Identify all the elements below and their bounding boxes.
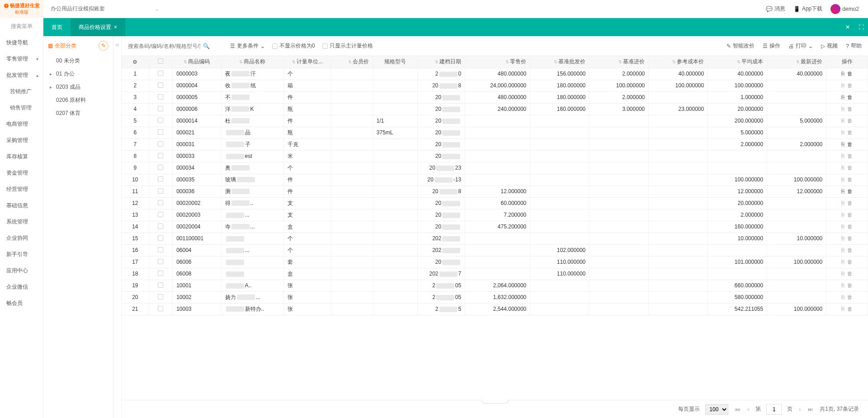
sidebar-item[interactable]: 系统管理 [0, 214, 43, 230]
row-delete-icon[interactable]: 🗑 [847, 282, 853, 289]
row-delete-icon[interactable]: 🗑 [847, 153, 853, 159]
next-page-icon[interactable]: › [798, 406, 802, 413]
cell-checkbox[interactable] [149, 68, 172, 80]
table-row[interactable]: 9 000034 奥 个 2023 ⎘🗑 [122, 162, 868, 174]
cell-checkbox[interactable] [149, 280, 172, 291]
help-button[interactable]: ?帮助 [846, 42, 862, 50]
table-row[interactable]: 2 0000004 收纸 箱 208 24,000.000000 180.000… [122, 80, 868, 91]
cell-checkbox[interactable] [149, 115, 172, 127]
col-avgcost[interactable]: ⇅平均成本 [708, 56, 767, 68]
row-edit-icon[interactable]: ⎘ [841, 118, 844, 124]
cell-checkbox[interactable] [149, 256, 172, 268]
cell-checkbox[interactable] [149, 221, 172, 233]
col-settings[interactable]: ⚙ [122, 56, 149, 68]
table-row[interactable]: 4 0000006 洋K 瓶 20 240.000000 160.000000 … [122, 103, 868, 115]
row-edit-icon[interactable]: ⎘ [841, 259, 844, 265]
category-item[interactable]: ▸01 办公 [43, 67, 113, 81]
col-refcost[interactable]: ⇅参考成本价 [649, 56, 708, 68]
col-latest[interactable]: ⇅最新进价 [767, 56, 826, 68]
row-edit-icon[interactable]: ⎘ [841, 306, 844, 312]
table-row[interactable]: 14 00020004 寺... 盒 20 475.200000 160.000… [122, 221, 868, 233]
row-edit-icon[interactable]: ⎘ [841, 282, 844, 289]
col-name[interactable]: ⇅商品名称 [221, 56, 284, 68]
row-edit-icon[interactable]: ⎘ [841, 129, 844, 136]
row-delete-icon[interactable]: 🗑 [847, 235, 853, 242]
table-row[interactable]: 19 10001 A.. 张 205 2,064.000000 660.0000… [122, 280, 868, 291]
cell-checkbox[interactable] [149, 244, 172, 256]
cell-checkbox[interactable] [149, 80, 172, 91]
sidebar-item[interactable]: 电商管理 [0, 116, 43, 132]
row-delete-icon[interactable]: 🗑 [847, 271, 853, 277]
row-edit-icon[interactable]: ⎘ [841, 200, 844, 206]
row-edit-icon[interactable]: ⎘ [841, 153, 844, 159]
col-member[interactable]: ⇅会员价 [331, 56, 373, 68]
sidebar-item[interactable]: 应用中心 [0, 262, 43, 279]
table-row[interactable]: 11 000036 测 件 208 12.000000 12.000000 12… [122, 185, 868, 197]
row-delete-icon[interactable]: 🗑 [847, 129, 853, 136]
cell-checkbox[interactable] [149, 268, 172, 280]
sidebar-item[interactable]: 企业协同 [0, 230, 43, 246]
cell-checkbox[interactable] [149, 291, 172, 303]
tab-home[interactable]: 首页 [43, 18, 71, 36]
sidebar-item[interactable]: 经营管理 [0, 181, 43, 197]
page-input[interactable] [766, 404, 782, 415]
sidebar-item[interactable]: 快捷导航 [0, 34, 43, 51]
sidebar-item[interactable]: 企业微信 [0, 279, 43, 295]
row-edit-icon[interactable]: ⎘ [841, 106, 844, 112]
tree-toggle-icon[interactable]: ▸ [50, 85, 52, 90]
row-delete-icon[interactable]: 🗑 [847, 165, 853, 171]
only-unit-checkbox[interactable]: 只显示主计量价格 [322, 42, 373, 50]
cell-checkbox[interactable] [149, 91, 172, 103]
close-icon[interactable]: × [114, 24, 117, 30]
table-row[interactable]: 5 0000014 杜 件 1/1 20 200.000000 5.000000… [122, 115, 868, 127]
row-edit-icon[interactable]: ⎘ [841, 235, 844, 242]
sidebar-subitem[interactable]: 营销推广 [0, 83, 43, 100]
operations-button[interactable]: ☰操作 [763, 42, 780, 50]
col-retail[interactable]: ⇅零售价 [465, 56, 530, 68]
cell-checkbox[interactable] [149, 103, 172, 115]
sidebar-search[interactable]: 搜索菜单 [0, 18, 43, 34]
row-edit-icon[interactable]: ⎘ [841, 71, 844, 77]
row-delete-icon[interactable]: 🗑 [847, 106, 853, 112]
col-code[interactable]: ⇅商品编码 [173, 56, 221, 68]
row-delete-icon[interactable]: 🗑 [847, 82, 853, 89]
row-delete-icon[interactable]: 🗑 [847, 200, 853, 206]
row-edit-icon[interactable]: ⎘ [841, 212, 844, 218]
row-delete-icon[interactable]: 🗑 [847, 294, 853, 300]
table-row[interactable]: 10 000035 玻璃 件 20-13 100.000000 100.0000… [122, 174, 868, 185]
cell-checkbox[interactable] [149, 197, 172, 209]
table-row[interactable]: 6 000021 品 瓶 375mL 20 5.000000 ⎘🗑 [122, 127, 868, 138]
table-row[interactable]: 3 0000005 不 件 20 480.000000 180.000000 2… [122, 91, 868, 103]
all-categories-label[interactable]: 全部分类 [55, 42, 76, 50]
row-edit-icon[interactable]: ⎘ [841, 294, 844, 300]
sidebar-item[interactable]: 采购管理 [0, 132, 43, 148]
sidebar-item[interactable]: 畅会员 [0, 295, 43, 311]
sidebar-item[interactable]: 批发管理▴ [0, 67, 43, 83]
smart-price-button[interactable]: ✎智能改价 [726, 42, 755, 50]
category-item[interactable]: 0207 体育 [43, 107, 113, 120]
user-menu[interactable]: demo2 [830, 4, 859, 14]
col-spec[interactable]: 规格型号 [373, 56, 418, 68]
fullscreen-icon[interactable]: ⛶ [854, 24, 868, 30]
table-row[interactable]: 18 06008 盒 2027 110.000000 ⎘🗑 [122, 268, 868, 280]
row-edit-icon[interactable]: ⎘ [841, 94, 844, 100]
row-edit-icon[interactable]: ⎘ [841, 271, 844, 277]
search-input[interactable] [128, 43, 200, 49]
row-edit-icon[interactable]: ⎘ [841, 165, 844, 171]
row-edit-icon[interactable]: ⎘ [841, 176, 844, 183]
tab-close-all[interactable]: ✕ [841, 24, 854, 30]
sidebar-subitem[interactable]: 销售管理 [0, 100, 43, 116]
app-download-link[interactable]: 📱App下载 [793, 5, 822, 13]
table-row[interactable]: 20 10002 扬力... 张 205 1,632.000000 580.00… [122, 291, 868, 303]
tree-toggle-icon[interactable]: ▸ [50, 71, 52, 76]
table-row[interactable]: 12 00020002 得.. 支 20 60.000000 20.000000… [122, 197, 868, 209]
row-delete-icon[interactable]: 🗑 [847, 94, 853, 100]
row-delete-icon[interactable]: 🗑 [847, 141, 853, 147]
row-edit-icon[interactable]: ⎘ [841, 247, 844, 253]
print-button[interactable]: 🖨打印⌄ [788, 42, 813, 50]
row-delete-icon[interactable]: 🗑 [847, 223, 853, 230]
sidebar-item[interactable]: 资金管理 [0, 165, 43, 181]
col-unit[interactable]: ⇅计量单位... [284, 56, 331, 68]
table-row[interactable]: 15 001100001 个 202 10.000000 10.000000 ⎘… [122, 233, 868, 244]
row-delete-icon[interactable]: 🗑 [847, 247, 853, 253]
